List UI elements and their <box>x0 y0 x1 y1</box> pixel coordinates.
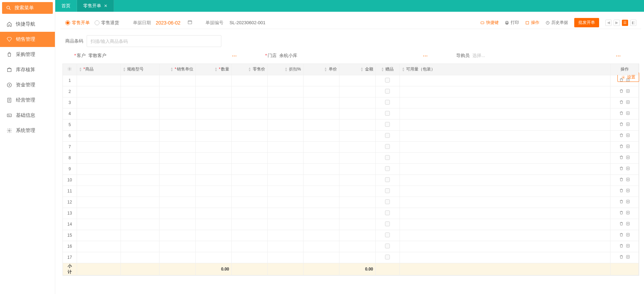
cell-retail-price[interactable] <box>231 208 267 219</box>
cell-unit[interactable] <box>159 230 195 241</box>
table-row[interactable]: 8 <box>63 152 639 163</box>
cell-qty[interactable] <box>195 241 231 252</box>
cell-discount[interactable] <box>267 75 303 86</box>
cell-qty[interactable] <box>195 219 231 230</box>
table-row[interactable]: 10 <box>63 174 639 186</box>
cell-retail-price[interactable] <box>231 163 267 174</box>
add-row-icon[interactable] <box>626 111 630 115</box>
cell-amount[interactable] <box>339 197 375 208</box>
gift-checkbox[interactable] <box>385 188 390 193</box>
col-discount[interactable]: ▲▼折扣% <box>267 64 303 75</box>
cell-unit[interactable] <box>159 208 195 219</box>
cell-gift[interactable] <box>375 230 400 241</box>
cell-amount[interactable] <box>339 186 375 197</box>
store-picker[interactable]: 余杭小库 ··· <box>279 53 428 59</box>
sidebar-item-inventory[interactable]: 库存核算 <box>0 62 55 77</box>
delete-row-icon[interactable] <box>619 210 624 215</box>
cell-unit-price[interactable] <box>303 86 339 97</box>
delete-row-icon[interactable] <box>619 221 624 226</box>
cell-discount[interactable] <box>267 141 303 152</box>
cell-unit-price[interactable] <box>303 130 339 141</box>
prev-icon[interactable]: ◀ <box>605 20 612 26</box>
cell-discount[interactable] <box>267 163 303 174</box>
cell-product[interactable] <box>77 163 121 174</box>
add-row-icon[interactable] <box>626 221 630 226</box>
cell-spec[interactable] <box>121 208 159 219</box>
cell-product[interactable] <box>77 130 121 141</box>
delete-row-icon[interactable] <box>619 244 624 248</box>
delete-row-icon[interactable] <box>619 188 624 193</box>
cell-gift[interactable] <box>375 130 400 141</box>
table-row[interactable]: 15 <box>63 230 639 241</box>
cell-gift[interactable] <box>375 108 400 119</box>
col-retail-price[interactable]: ▲▼零售价 <box>231 64 267 75</box>
cell-retail-price[interactable] <box>231 186 267 197</box>
cell-retail-price[interactable] <box>231 130 267 141</box>
cell-discount[interactable] <box>267 119 303 130</box>
delete-row-icon[interactable] <box>619 255 624 259</box>
table-row[interactable]: 17 <box>63 252 639 263</box>
cell-unit[interactable] <box>159 219 195 230</box>
next-icon[interactable]: ▶ <box>614 20 620 26</box>
table-row[interactable]: 3 <box>63 97 639 108</box>
cell-unit-price[interactable] <box>303 219 339 230</box>
cell-gift[interactable] <box>375 97 400 108</box>
cell-unit-price[interactable] <box>303 108 339 119</box>
customer-picker[interactable]: 零散客户 ··· <box>88 53 237 59</box>
cell-discount[interactable] <box>267 86 303 97</box>
cell-gift[interactable] <box>375 86 400 97</box>
gift-checkbox[interactable] <box>385 122 390 127</box>
delete-row-icon[interactable] <box>619 111 624 115</box>
sidebar-item-system[interactable]: 系统管理 <box>0 123 55 138</box>
cell-qty[interactable] <box>195 230 231 241</box>
cell-product[interactable] <box>77 141 121 152</box>
col-unit[interactable]: ▲▼销售单位 <box>159 64 195 75</box>
add-row-icon[interactable] <box>626 166 630 171</box>
cell-qty[interactable] <box>195 252 231 263</box>
cell-retail-price[interactable] <box>231 252 267 263</box>
add-row-icon[interactable] <box>626 100 630 104</box>
col-amount[interactable]: ▲▼金额 <box>339 64 375 75</box>
gift-checkbox[interactable] <box>385 100 390 105</box>
cell-gift[interactable] <box>375 163 400 174</box>
table-row[interactable]: 6 <box>63 130 639 141</box>
gift-checkbox[interactable] <box>385 244 390 248</box>
cell-retail-price[interactable] <box>231 119 267 130</box>
sidebar-item-basedata[interactable]: 基础信息 <box>0 108 55 123</box>
cell-unit-price[interactable] <box>303 97 339 108</box>
table-row[interactable]: 1 <box>63 75 639 86</box>
cell-discount[interactable] <box>267 230 303 241</box>
cell-unit-price[interactable] <box>303 141 339 152</box>
cell-discount[interactable] <box>267 219 303 230</box>
cell-amount[interactable] <box>339 130 375 141</box>
gift-checkbox[interactable] <box>385 199 390 204</box>
gift-checkbox[interactable] <box>385 89 390 94</box>
add-row-icon[interactable] <box>626 244 630 248</box>
cell-unit[interactable] <box>159 119 195 130</box>
cell-spec[interactable] <box>121 252 159 263</box>
cell-discount[interactable] <box>267 197 303 208</box>
cell-retail-price[interactable] <box>231 86 267 97</box>
cell-discount[interactable] <box>267 152 303 163</box>
cell-unit-price[interactable] <box>303 241 339 252</box>
cell-spec[interactable] <box>121 230 159 241</box>
col-product[interactable]: ▲▼商品 <box>77 64 121 75</box>
col-spec[interactable]: ▲▼规格型号 <box>121 64 159 75</box>
table-row[interactable]: 4 <box>63 108 639 119</box>
cell-gift[interactable] <box>375 152 400 163</box>
delete-row-icon[interactable] <box>619 100 624 104</box>
cell-retail-price[interactable] <box>231 108 267 119</box>
cell-spec[interactable] <box>121 119 159 130</box>
gift-checkbox[interactable] <box>385 133 390 138</box>
cell-unit[interactable] <box>159 163 195 174</box>
cell-spec[interactable] <box>121 97 159 108</box>
cell-amount[interactable] <box>339 86 375 97</box>
gift-checkbox[interactable] <box>385 210 390 215</box>
cell-retail-price[interactable] <box>231 75 267 86</box>
list-mode-icon[interactable]: ☰ <box>622 20 628 26</box>
history-button[interactable]: 历史单据 <box>546 20 568 26</box>
cell-amount[interactable] <box>339 230 375 241</box>
delete-row-icon[interactable] <box>619 144 624 149</box>
cell-amount[interactable] <box>339 219 375 230</box>
table-row[interactable]: 11 <box>63 186 639 197</box>
